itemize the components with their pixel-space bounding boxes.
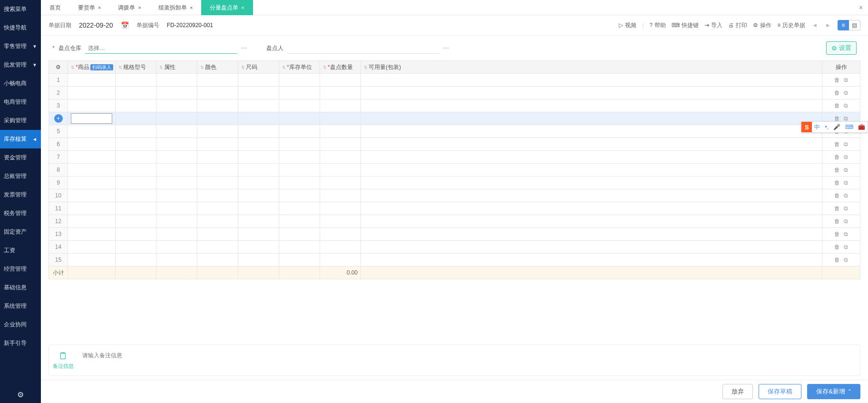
table-row[interactable]: 10🗑⧉: [49, 189, 860, 202]
delete-row-icon[interactable]: 🗑: [834, 192, 840, 199]
sidebar-item-6[interactable]: 采购管理: [0, 111, 41, 130]
add-row-icon[interactable]: +: [54, 114, 63, 123]
delete-row-icon[interactable]: 🗑: [834, 154, 840, 160]
table-row[interactable]: 3🗑⧉: [49, 99, 860, 112]
sidebar-item-4[interactable]: 小畅电商: [0, 74, 41, 93]
delete-row-icon[interactable]: 🗑: [834, 179, 840, 186]
copy-row-icon[interactable]: ⧉: [844, 205, 848, 212]
tab-2[interactable]: 调拨单×: [109, 0, 149, 15]
sidebar-item-14[interactable]: 经营管理: [0, 260, 41, 278]
table-row[interactable]: 7🗑⧉: [49, 151, 860, 164]
table-row[interactable]: 8🗑⧉: [49, 164, 860, 177]
table-row[interactable]: 5🗑⧉: [49, 125, 860, 138]
close-icon[interactable]: ×: [138, 0, 141, 15]
col-size[interactable]: ⇅尺码: [238, 61, 279, 74]
col-spec[interactable]: ⇅规格型号: [116, 61, 156, 74]
table-row[interactable]: 14🗑⧉: [49, 241, 860, 254]
table-row[interactable]: +🗑⧉: [49, 112, 860, 125]
table-row[interactable]: 1🗑⧉: [49, 74, 860, 87]
table-row[interactable]: 11🗑⧉: [49, 202, 860, 215]
help-button[interactable]: ? 帮助: [650, 21, 666, 29]
close-icon[interactable]: ×: [98, 0, 101, 15]
ime-lang[interactable]: 中: [812, 123, 822, 131]
view-list-icon[interactable]: ≡: [838, 20, 849, 30]
close-all-tabs[interactable]: ×: [854, 4, 868, 11]
tab-3[interactable]: 组装拆卸单×: [150, 0, 201, 15]
delete-row-icon[interactable]: 🗑: [834, 256, 840, 263]
sidebar-item-11[interactable]: 税务管理: [0, 204, 41, 223]
save-draft-button[interactable]: 保存草稿: [759, 384, 801, 399]
date-value[interactable]: 2022-09-20: [79, 21, 113, 29]
settings-button[interactable]: ⚙ 设置: [826, 41, 857, 55]
col-product[interactable]: ⇅*商品扫码录入: [68, 61, 116, 74]
warehouse-more-icon[interactable]: ⋯: [241, 45, 247, 51]
sidebar-item-5[interactable]: 电商管理: [0, 93, 41, 111]
copy-row-icon[interactable]: ⧉: [844, 244, 848, 250]
person-input[interactable]: [287, 43, 439, 54]
next-doc-icon[interactable]: ►: [824, 22, 832, 29]
remarks-input[interactable]: [78, 345, 860, 369]
view-grid-icon[interactable]: ▤: [849, 20, 860, 30]
table-row[interactable]: 15🗑⧉: [49, 254, 860, 266]
sidebar-item-3[interactable]: 批发管理▼: [0, 56, 41, 74]
print-button[interactable]: 🖨 打印: [728, 21, 747, 29]
sidebar-item-17[interactable]: 企业协同: [0, 315, 41, 334]
tab-1[interactable]: 要货单×: [69, 0, 109, 15]
delete-row-icon[interactable]: 🗑: [834, 89, 840, 96]
sidebar-item-15[interactable]: 基础信息: [0, 278, 41, 297]
delete-row-icon[interactable]: 🗑: [834, 77, 840, 83]
table-row[interactable]: 6🗑⧉: [49, 138, 860, 151]
warehouse-input[interactable]: [85, 43, 237, 54]
copy-row-icon[interactable]: ⧉: [844, 179, 848, 186]
ime-toolbar[interactable]: S 中 •, 🎤 ⌨ 🧰: [801, 121, 868, 133]
sidebar-item-12[interactable]: 固定资产: [0, 223, 41, 241]
discard-button[interactable]: 放弃: [722, 384, 753, 399]
delete-row-icon[interactable]: 🗑: [834, 218, 840, 225]
sidebar-item-1[interactable]: 快捷导航: [0, 19, 41, 37]
table-row[interactable]: 13🗑⧉: [49, 228, 860, 241]
table-row[interactable]: 12🗑⧉: [49, 215, 860, 228]
import-button[interactable]: ⇥ 导入: [704, 21, 722, 29]
column-config-icon[interactable]: ⚙: [49, 61, 68, 74]
copy-row-icon[interactable]: ⧉: [844, 231, 848, 237]
ime-punct-icon[interactable]: •,: [822, 124, 831, 130]
close-icon[interactable]: ×: [241, 0, 244, 15]
sidebar-item-7[interactable]: 库存核算◄: [0, 130, 41, 148]
col-qty[interactable]: ⇅*盘点数量: [320, 61, 361, 74]
delete-row-icon[interactable]: 🗑: [834, 102, 840, 109]
delete-row-icon[interactable]: 🗑: [834, 231, 840, 237]
table-row[interactable]: 9🗑⧉: [49, 177, 860, 189]
sidebar-item-18[interactable]: 新手引导: [0, 334, 41, 353]
close-icon[interactable]: ×: [190, 0, 193, 15]
delete-row-icon[interactable]: 🗑: [834, 244, 840, 250]
copy-row-icon[interactable]: ⧉: [844, 77, 848, 83]
copy-row-icon[interactable]: ⧉: [844, 256, 848, 263]
col-color[interactable]: ⇅颜色: [197, 61, 238, 74]
col-avail[interactable]: ⇅可用量(包装): [361, 61, 822, 74]
copy-row-icon[interactable]: ⧉: [844, 167, 848, 173]
ime-keyboard-icon[interactable]: ⌨: [843, 124, 856, 130]
product-cell-input[interactable]: [71, 113, 112, 124]
copy-row-icon[interactable]: ⧉: [844, 218, 848, 225]
sidebar-settings-icon[interactable]: ⚙: [17, 391, 24, 399]
sidebar-item-10[interactable]: 发票管理: [0, 186, 41, 204]
sidebar-item-0[interactable]: 搜索菜单: [0, 0, 41, 19]
copy-row-icon[interactable]: ⧉: [844, 154, 848, 160]
copy-row-icon[interactable]: ⧉: [844, 115, 848, 122]
person-more-icon[interactable]: ⋯: [443, 45, 449, 51]
video-button[interactable]: ▷ 视频: [619, 21, 636, 29]
table-row[interactable]: 2🗑⧉: [49, 87, 860, 99]
ime-mic-icon[interactable]: 🎤: [831, 124, 843, 130]
tab-0[interactable]: 首页: [41, 0, 69, 15]
delete-row-icon[interactable]: 🗑: [834, 115, 840, 122]
ime-toolbox-icon[interactable]: 🧰: [856, 124, 868, 130]
operate-button[interactable]: ⚙ 操作: [753, 21, 771, 29]
copy-row-icon[interactable]: ⧉: [844, 102, 848, 109]
col-unit[interactable]: ⇅*库存单位: [279, 61, 320, 74]
history-button[interactable]: ≡ 历史单据: [777, 21, 805, 29]
delete-row-icon[interactable]: 🗑: [834, 205, 840, 212]
delete-row-icon[interactable]: 🗑: [834, 141, 840, 147]
sidebar-item-16[interactable]: 系统管理: [0, 297, 41, 315]
calendar-icon[interactable]: 📅: [121, 21, 129, 29]
col-attr[interactable]: ⇅属性: [156, 61, 197, 74]
